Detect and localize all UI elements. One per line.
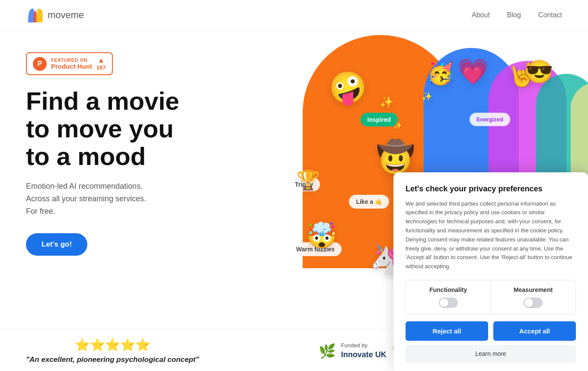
- functionality-toggle-section: Functionality: [406, 280, 491, 314]
- measurement-label: Measurement: [514, 286, 553, 293]
- hero-left: P FEATURED ON Product Hunt ▲ 167 Find a …: [26, 44, 216, 256]
- mood-label-energized: Energized: [470, 113, 510, 126]
- emoji-heart: 💗: [457, 57, 489, 86]
- learn-more-button[interactable]: Learn more: [406, 345, 576, 362]
- headline-line1: Find a movie: [26, 87, 179, 115]
- ph-title: Product Hunt: [51, 63, 92, 70]
- headline-line2: to move you: [26, 114, 174, 143]
- innovate-text: Funded by Innovate UK: [341, 342, 387, 360]
- hero-subtitle: Emotion-led AI recommendations. Across a…: [26, 180, 216, 217]
- privacy-dialog: Let's check your privacy preferences We …: [393, 172, 588, 371]
- subtitle-line1: Emotion-led AI recommendations.: [26, 182, 143, 190]
- measurement-toggle-section: Measurement: [491, 280, 576, 314]
- emoji-cowboy: 🤠: [376, 139, 415, 175]
- privacy-toggles: Functionality Measurement: [406, 280, 576, 314]
- headline-line3: to a mood: [26, 142, 146, 170]
- logo[interactable]: moveme: [26, 6, 84, 24]
- ph-votes: ▲ 167: [96, 57, 106, 71]
- emoji-cool: 😎: [525, 59, 553, 85]
- functionality-label: Functionality: [429, 286, 467, 293]
- nav-about[interactable]: About: [472, 11, 490, 19]
- reject-all-button[interactable]: Reject all: [406, 321, 488, 341]
- main-nav: About Blog Contact: [472, 11, 562, 19]
- hero-headline: Find a movie to move you to a mood: [26, 87, 216, 170]
- privacy-body: We and selected third parties collect pe…: [406, 200, 576, 271]
- functionality-toggle-knob: [440, 298, 448, 307]
- emoji-exploding: 🤯: [306, 221, 337, 250]
- innovate-label: Funded by: [341, 342, 387, 349]
- ph-arrow: ▲: [98, 57, 105, 64]
- header: moveme About Blog Contact: [0, 0, 588, 31]
- measurement-toggle-knob: [524, 298, 533, 307]
- emoji-sparkling2: ✨: [393, 121, 402, 130]
- subtitle-line2: Across all your streaming services.: [26, 194, 146, 203]
- measurement-toggle[interactable]: [524, 298, 543, 308]
- ph-text: FEATURED ON Product Hunt: [51, 57, 92, 70]
- mood-label-likea: Like a 🤙: [349, 195, 389, 209]
- emoji-zany: 🤪: [329, 70, 368, 106]
- nav-blog[interactable]: Blog: [507, 11, 521, 19]
- privacy-action-buttons: Reject all Accept all: [406, 321, 576, 341]
- ph-icon: P: [33, 57, 47, 71]
- subtitle-line3: For free.: [26, 207, 55, 216]
- star-rating: ⭐⭐⭐⭐⭐: [75, 338, 150, 352]
- functionality-toggle[interactable]: [439, 298, 458, 308]
- ph-count: 167: [96, 64, 106, 71]
- emoji-party: 🥳: [427, 61, 454, 86]
- mood-label-inspired: Inspired: [361, 113, 398, 127]
- quote-text: "An excellent, pioneering psychological …: [26, 355, 199, 364]
- cta-button[interactable]: Let's go!: [26, 233, 87, 256]
- innovate-title: Innovate UK: [341, 349, 387, 360]
- emoji-trophy: 🏆: [296, 169, 320, 191]
- ph-label: FEATURED ON: [51, 57, 92, 63]
- emoji-sparkling3: ✨: [422, 91, 432, 101]
- emoji-sparkling1: ✨: [380, 95, 393, 109]
- logo-wordmark: moveme: [48, 10, 84, 21]
- stars-section: ⭐⭐⭐⭐⭐ "An excellent, pioneering psycholo…: [26, 338, 199, 364]
- privacy-title: Let's check your privacy preferences: [406, 184, 576, 193]
- left-laurel-icon: 🌿: [319, 343, 336, 359]
- accept-all-button[interactable]: Accept all: [493, 321, 576, 341]
- product-hunt-badge[interactable]: P FEATURED ON Product Hunt ▲ 167: [26, 52, 113, 75]
- nav-contact[interactable]: Contact: [538, 11, 562, 19]
